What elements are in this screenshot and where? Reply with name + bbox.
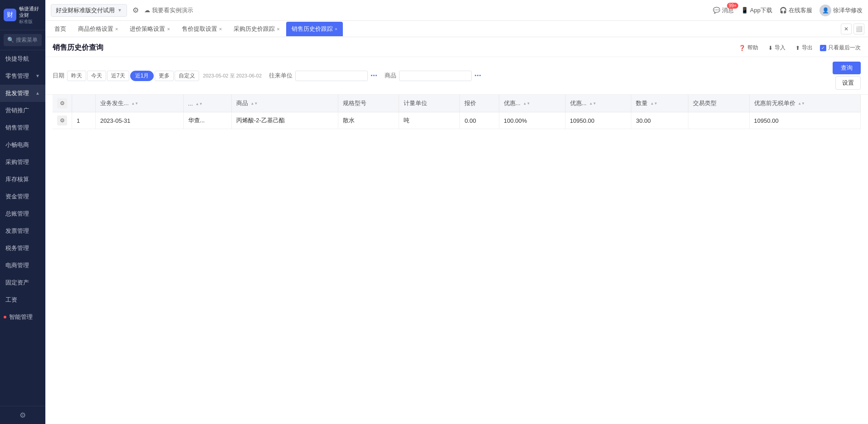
tab-price[interactable]: 商品价格设置 × <box>73 22 123 36</box>
col-discount1[interactable]: 优惠... ▲▼ <box>499 95 565 112</box>
source-unit-label: 往来单位 <box>269 72 293 80</box>
col-discount2[interactable]: 优惠... ▲▼ <box>565 95 631 112</box>
import-icon: ⬇ <box>768 45 773 51</box>
row-extra-cell: 华查... <box>183 112 231 129</box>
source-unit-more-btn[interactable]: ··· <box>371 71 377 81</box>
settings-button[interactable]: 设置 <box>835 76 861 90</box>
table-container: ⚙ 业务发生... ▲▼ ... ▲▼ 商品 <box>45 95 868 424</box>
sidebar-item-marketing[interactable]: 营销推广 <box>0 102 45 119</box>
sidebar-item-sales[interactable]: 销售管理 <box>0 119 45 136</box>
col-product[interactable]: 商品 ▲▼ <box>231 95 338 112</box>
row-gear-cell: ⚙ <box>53 112 72 129</box>
tab-sales-history[interactable]: 销售历史价跟踪 × <box>286 22 343 36</box>
sidebar-item-ecommerce-small[interactable]: 小畅电商 <box>0 136 45 154</box>
query-button[interactable]: 查询 <box>833 62 861 74</box>
date-btn-yesterday[interactable]: 昨天 <box>67 71 86 81</box>
version-selector[interactable]: 好业财标准版交付试用 ▼ <box>51 4 127 17</box>
app-logo-text: 畅捷通好业财 标准版 <box>19 5 42 24</box>
sidebar-item-invoice[interactable]: 发票管理 <box>0 222 45 240</box>
date-btn-custom[interactable]: 自定义 <box>175 71 199 81</box>
page-content: 销售历史价查询 ❓ 帮助 ⬇ 导入 ⬆ 导出 ✓ 只看最后一次 <box>45 37 868 424</box>
tab-bar-actions: ✕ ⬜ <box>841 24 864 34</box>
date-range-text: 2023-05-02 至 2023-06-02 <box>203 72 262 79</box>
tab-extract[interactable]: 售价提取设置 × <box>176 22 227 36</box>
app-download-btn[interactable]: 📱 App下载 <box>741 6 772 14</box>
tab-home[interactable]: 首页 <box>49 22 72 36</box>
search-menu-button[interactable]: 🔍 搜索菜单 <box>4 34 42 46</box>
close-tab-sales-history[interactable]: × <box>335 26 337 32</box>
export-btn[interactable]: ⬆ 导出 <box>793 43 815 53</box>
notifications-btn[interactable]: 💬 消息 99+ <box>713 6 734 14</box>
col-quantity[interactable]: 数量 ▲▼ <box>631 95 688 112</box>
demo-link[interactable]: ☁ 我要看实例演示 <box>144 6 193 14</box>
row-index-cell: 1 <box>72 112 96 129</box>
online-service-btn[interactable]: 🎧 在线客服 <box>780 6 812 14</box>
sidebar-item-purchase[interactable]: 采购管理 <box>0 154 45 171</box>
date-btn-last-month[interactable]: 近1月 <box>130 71 154 81</box>
sidebar-item-smart[interactable]: 智能管理 <box>0 308 45 326</box>
col-index <box>72 95 96 112</box>
sidebar-item-finance[interactable]: 资金管理 <box>0 188 45 205</box>
top-header: 好业财标准版交付试用 ▼ ⚙ ☁ 我要看实例演示 💬 消息 99+ 📱 App下… <box>45 0 868 21</box>
page-actions: ❓ 帮助 ⬇ 导入 ⬆ 导出 ✓ 只看最后一次 <box>736 43 861 53</box>
help-btn[interactable]: ❓ 帮助 <box>736 43 761 53</box>
col-gear: ⚙ <box>53 95 72 112</box>
date-btn-last7[interactable]: 近7天 <box>107 71 129 81</box>
sidebar-item-assets[interactable]: 固定资产 <box>0 274 45 291</box>
close-window-btn[interactable]: ✕ <box>841 24 852 34</box>
message-icon: 💬 <box>713 7 720 14</box>
date-filter: 昨天 今天 近7天 近1月 更多 自定义 2023-05-02 至 2023-0… <box>67 71 262 81</box>
user-menu[interactable]: 👤 徐泽华修改 <box>819 5 863 16</box>
col-business-date[interactable]: 业务发生... ▲▼ <box>95 95 183 112</box>
product-label: 商品 <box>385 72 396 80</box>
tab-strategy[interactable]: 进价策略设置 × <box>124 22 175 36</box>
sidebar-item-quick-nav[interactable]: 快捷导航 <box>0 50 45 67</box>
sort-icon-discount1: ▲▼ <box>523 101 530 106</box>
sidebar-item-wholesale[interactable]: 批发管理 ▲ <box>0 85 45 102</box>
close-tab-strategy[interactable]: × <box>167 26 170 32</box>
product-input[interactable] <box>399 71 472 81</box>
col-extra[interactable]: ... ▲▼ <box>183 95 231 112</box>
row-price-cell: 0.00 <box>460 112 499 129</box>
sidebar-item-retail[interactable]: 零售管理 ▼ <box>0 67 45 85</box>
row-quantity-cell: 30.00 <box>631 112 688 129</box>
maximize-window-btn[interactable]: ⬜ <box>853 24 864 34</box>
row-spec-cell: 散水 <box>338 112 399 129</box>
sidebar-item-ecommerce[interactable]: 电商管理 <box>0 257 45 274</box>
source-unit-input[interactable] <box>295 71 368 81</box>
only-last-checkbox[interactable]: ✓ 只看最后一次 <box>820 44 861 52</box>
page-header: 销售历史价查询 ❓ 帮助 ⬇ 导入 ⬆ 导出 ✓ 只看最后一次 <box>45 37 868 57</box>
sidebar-item-ledger[interactable]: 总账管理 <box>0 205 45 222</box>
sidebar-nav: 零售管理 ▼ 批发管理 ▲ 营销推广 销售管理 小畅电商 采购管理 库存核算 资… <box>0 67 45 406</box>
mobile-icon: 📱 <box>741 7 748 14</box>
version-label: 好业财标准版交付试用 <box>56 6 115 14</box>
demo-icon: ☁ <box>144 7 150 14</box>
close-tab-extract[interactable]: × <box>219 26 222 32</box>
checkbox-icon: ✓ <box>820 45 826 51</box>
column-settings-icon[interactable]: ⚙ <box>57 98 67 108</box>
app-logo-icon: 财 <box>4 9 16 21</box>
page-title: 销售历史价查询 <box>53 43 103 53</box>
row-business-date-cell: 2023-05-31 <box>95 112 183 129</box>
row-settings-icon[interactable]: ⚙ <box>57 116 67 125</box>
close-tab-price[interactable]: × <box>115 26 118 32</box>
sidebar-item-salary[interactable]: 工资 <box>0 291 45 308</box>
sort-icon-pretax: ▲▼ <box>798 101 805 106</box>
row-trans-type-cell <box>688 112 749 129</box>
date-filter-label: 日期 <box>53 72 64 80</box>
data-table: ⚙ 业务发生... ▲▼ ... ▲▼ 商品 <box>53 95 861 129</box>
sidebar: 财 畅捷通好业财 标准版 🔍 搜索菜单 快捷导航 零售管理 ▼ 批发管理 ▲ 营… <box>0 0 45 424</box>
sidebar-item-tax[interactable]: 税务管理 <box>0 240 45 257</box>
tab-purchase-history[interactable]: 采购历史价跟踪 × <box>228 22 285 36</box>
header-settings-icon[interactable]: ⚙ <box>132 6 139 14</box>
product-more-btn[interactable]: ··· <box>474 71 481 81</box>
import-btn[interactable]: ⬇ 导入 <box>766 43 788 53</box>
close-tab-purchase-history[interactable]: × <box>277 26 279 32</box>
sidebar-item-inventory[interactable]: 库存核算 <box>0 171 45 188</box>
date-btn-today[interactable]: 今天 <box>87 71 106 81</box>
settings-gear-icon[interactable]: ⚙ <box>20 411 26 419</box>
col-pretax-price[interactable]: 优惠前无税单价 ▲▼ <box>749 95 861 112</box>
date-btn-more[interactable]: 更多 <box>155 71 174 81</box>
date-filter-group: 日期 昨天 今天 近7天 近1月 更多 自定义 2023-05-02 至 202… <box>53 71 262 81</box>
row-pretax-price-cell: 10950.00 <box>749 112 861 129</box>
